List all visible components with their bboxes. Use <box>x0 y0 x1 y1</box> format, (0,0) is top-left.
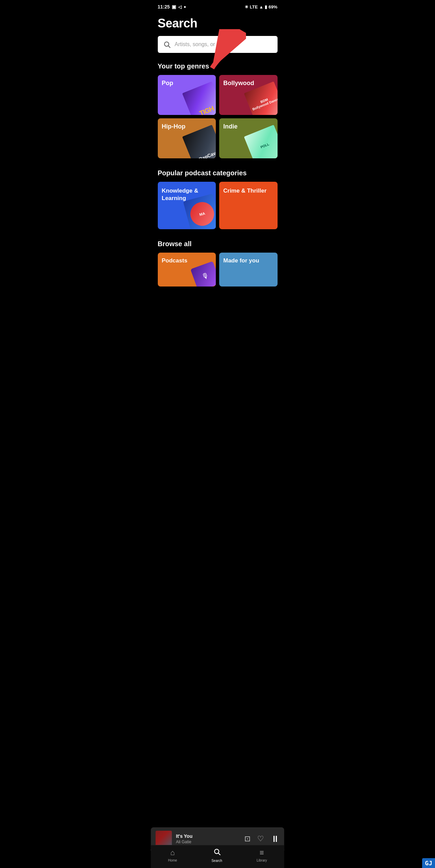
svg-line-1 <box>168 46 170 47</box>
podcast-categories-title: Popular podcast categories <box>158 169 278 177</box>
genre-art-indie: POLL <box>244 125 277 158</box>
genre-label-indie: Indie <box>223 123 238 130</box>
screen-icon: ▣ <box>172 4 176 9</box>
browse-art-podcasts: 🎙 <box>190 261 216 287</box>
signal-icon: ▲ <box>259 4 264 9</box>
lte-label: LTE <box>250 4 258 9</box>
bluetooth-icon: ✳ <box>245 4 248 9</box>
genre-grid: Pop TIGH Bollywood BDMBollywood Dance <box>158 75 278 158</box>
podcast-card-crime[interactable]: Crime & Thriller <box>219 182 278 229</box>
genre-card-indie[interactable]: Indie POLL <box>219 118 278 158</box>
search-icon <box>163 41 171 48</box>
podcast-art-knowledge: MA <box>183 194 216 229</box>
top-genres-title: Your top genres <box>158 62 278 70</box>
genre-card-pop[interactable]: Pop TIGH <box>158 75 216 115</box>
record-icon: ● <box>184 4 186 9</box>
genre-label-bollywood: Bollywood <box>223 80 254 86</box>
genre-card-bollywood[interactable]: Bollywood BDMBollywood Dance <box>219 75 278 115</box>
genre-label-pop: Pop <box>162 80 173 86</box>
podcast-card-knowledge[interactable]: Knowledge & Learning MA <box>158 182 216 229</box>
search-bar[interactable]: Artists, songs, or podcasts <box>158 36 278 53</box>
genre-art-hiphop: RapCav <box>182 125 216 158</box>
genre-label-hiphop: Hip-Hop <box>162 123 186 130</box>
genre-card-hiphop[interactable]: Hip-Hop RapCav <box>158 118 216 158</box>
browse-card-podcasts[interactable]: Podcasts 🎙 <box>158 253 216 287</box>
time: 11:25 <box>158 4 170 9</box>
battery-percent: 69% <box>268 4 277 9</box>
browse-all-title: Browse all <box>158 240 278 248</box>
top-genres-section: Your top genres Pop TIGH Bollywood BDMBo… <box>158 62 278 158</box>
search-placeholder: Artists, songs, or podcasts <box>175 41 239 47</box>
genre-art-pop: TIGH <box>182 81 216 115</box>
status-left: 11:25 ▣ ◁ ● <box>158 4 186 9</box>
browse-card-madeforyou[interactable]: Made for you <box>219 253 278 287</box>
podcast-grid: Knowledge & Learning MA Crime & Thriller <box>158 182 278 229</box>
battery-icon: ▮ <box>265 4 267 9</box>
main-content: Search Artists, songs, or podcasts <box>151 11 284 341</box>
podcast-categories-section: Popular podcast categories Knowledge & L… <box>158 169 278 229</box>
location-icon: ◁ <box>178 4 182 9</box>
browse-all-section: Browse all Podcasts 🎙 Made for you <box>158 240 278 287</box>
status-bar: 11:25 ▣ ◁ ● ✳ LTE ▲ ▮ 69% <box>151 0 284 11</box>
podcast-label-crime: Crime & Thriller <box>223 188 267 194</box>
browse-grid: Podcasts 🎙 Made for you <box>158 253 278 287</box>
browse-label-madeforyou: Made for you <box>223 257 259 264</box>
browse-label-podcasts: Podcasts <box>162 257 188 264</box>
status-right: ✳ LTE ▲ ▮ 69% <box>245 4 278 9</box>
page-title: Search <box>158 16 278 31</box>
